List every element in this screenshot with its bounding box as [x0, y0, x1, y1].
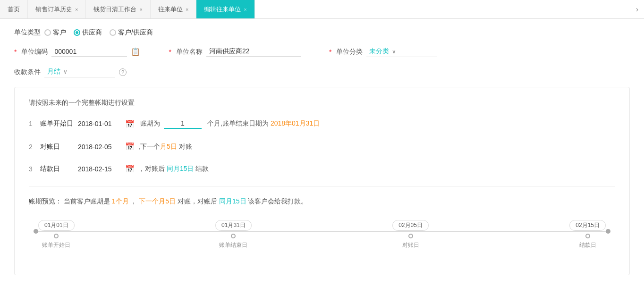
tab-cash-work-label: 钱货日清工作台 [93, 5, 136, 14]
timeline-label-1: 账单结束日 [219, 241, 247, 249]
tab-edit-partner[interactable]: 编辑往来单位 × [196, 0, 254, 18]
tab-sales-history[interactable]: 销售订单历史 × [28, 0, 86, 18]
timeline-left-dot [34, 229, 38, 234]
timeline-container: 01月01日 账单开始日 01月31日 账单结束日 02月05日 对账日 [29, 215, 615, 263]
radio-customer-circle [44, 29, 51, 36]
row-2-suffix: ,下一个月5日 对账 [138, 143, 192, 151]
radio-both-label: 客户/供应商 [118, 28, 153, 37]
row-2-num: 2 [29, 143, 40, 151]
unit-category-chevron-icon: ∨ [392, 48, 396, 55]
payment-terms-field: 收款条件 月结 ∨ ? [14, 67, 127, 77]
radio-supplier-label: 供应商 [82, 28, 102, 37]
preview-highlight3: 同月15日 [219, 197, 246, 205]
row-1-suffix-before: 账期为 [140, 119, 160, 128]
unit-category-star: * [329, 48, 331, 56]
tab-partner-close[interactable]: × [186, 7, 188, 12]
radio-customer[interactable]: 客户 [44, 28, 66, 37]
timeline-dot-3 [585, 234, 590, 238]
page-content: 单位类型 客户 供应商 客户/供应商 * 单位编码 [0, 19, 644, 287]
row-3-label: 结款日 [40, 165, 73, 173]
payment-terms-chevron-icon: ∨ [63, 68, 68, 75]
setting-row-2: 2 对账日 2018-02-05 📅 ,下一个月5日 对账 [29, 142, 615, 151]
row-2-calendar-icon[interactable]: 📅 [125, 142, 135, 151]
row-2-month-highlight: 月5日 [160, 143, 177, 150]
preview-text-1: 当前客户账期是 [64, 197, 110, 205]
radio-both[interactable]: 客户/供应商 [110, 28, 153, 37]
timeline-point-0: 01月01日 账单开始日 [38, 220, 75, 249]
help-icon[interactable]: ? [119, 68, 127, 76]
radio-customer-label: 客户 [53, 28, 66, 37]
radio-supplier-circle [74, 29, 80, 36]
period-input[interactable] [164, 118, 202, 129]
preview-highlight1: 1个月 [112, 197, 129, 205]
tab-more-button[interactable]: › [630, 0, 644, 18]
tab-sales-history-label: 销售订单历史 [35, 5, 72, 14]
tab-cash-work-close[interactable]: × [139, 7, 142, 12]
setting-row-1: 1 账单开始日 2018-01-01 📅 账期为 个月,账单结束日期为 2018… [29, 118, 615, 129]
code-name-row: * 单位编码 📋 * 单位名称 * 单位分类 未分类 ∨ [14, 46, 630, 57]
payment-terms-value: 月结 [47, 68, 60, 76]
row-1-date: 2018-01-01 [78, 120, 125, 127]
preview-text-3: 对账，对账后 [178, 197, 217, 205]
radio-supplier[interactable]: 供应商 [74, 28, 102, 37]
timeline-label-0: 账单开始日 [42, 241, 70, 249]
row-2-date: 2018-02-05 [78, 143, 125, 151]
timeline-badge-3: 02月15日 [569, 220, 606, 231]
tab-home-label: 首页 [8, 5, 20, 14]
unit-type-label: 单位类型 [14, 28, 41, 37]
row-1-label: 账单开始日 [40, 119, 73, 128]
unit-code-star: * [14, 48, 17, 56]
timeline-badge-2: 02月05日 [392, 220, 429, 231]
preview-text-2: ， [130, 197, 137, 205]
tab-cash-work[interactable]: 钱货日清工作台 × [86, 0, 150, 18]
unit-category-label: 单位分类 [336, 48, 363, 56]
row-3-date: 2018-02-15 [78, 165, 125, 173]
row-3-teal-highlight: 同月15日 [167, 165, 194, 172]
row-1-calendar-icon[interactable]: 📅 [125, 119, 135, 128]
row-3-num: 3 [29, 165, 40, 173]
unit-category-select[interactable]: 未分类 ∨ [366, 46, 437, 57]
unit-type-field: 单位类型 客户 供应商 客户/供应商 [14, 28, 153, 37]
row-2-label: 对账日 [40, 143, 73, 151]
radio-group: 客户 供应商 客户/供应商 [44, 28, 153, 37]
tab-edit-partner-label: 编辑往来单位 [204, 5, 241, 14]
row-1-end-date: 2018年01月31日 [271, 119, 320, 128]
row-3-calendar-icon[interactable]: 📅 [125, 164, 135, 173]
timeline-right-dot [606, 229, 610, 234]
preview-text-4: 该客户会给我打款。 [248, 197, 307, 205]
preview-section: 账期预览： 当前客户账期是 1个月 ， 下一个月5日 对账，对账后 同月15日 … [29, 186, 615, 215]
payment-terms-select[interactable]: 月结 ∨ [44, 67, 115, 77]
card-instruction: 请按照未来的一个完整帐期进行设置 [29, 99, 615, 107]
payment-terms-label: 收款条件 [14, 68, 41, 76]
preview-label: 账期预览： [29, 197, 62, 205]
tab-partner[interactable]: 往来单位 × [151, 0, 196, 18]
timeline-dot-1 [231, 234, 236, 238]
timeline-label-3: 结款日 [579, 241, 596, 249]
row-1-suffix-after: 个月,账单结束日期为 [207, 119, 269, 128]
tab-sales-history-close[interactable]: × [75, 7, 78, 12]
tabs-bar: 首页 销售订单历史 × 钱货日清工作台 × 往来单位 × 编辑往来单位 × › [0, 0, 644, 19]
unit-code-input[interactable] [51, 47, 127, 57]
unit-name-input[interactable] [206, 47, 301, 57]
radio-both-circle [110, 29, 116, 36]
row-3-suffix: ，对账后 同月15日 结款 [138, 165, 209, 173]
preview-text: 账期预览： 当前客户账期是 1个月 ， 下一个月5日 对账，对账后 同月15日 … [29, 194, 615, 208]
unit-category-value: 未分类 [369, 47, 389, 56]
unit-code-calendar-icon[interactable]: 📋 [131, 47, 140, 56]
settings-card: 请按照未来的一个完整帐期进行设置 1 账单开始日 2018-01-01 📅 账期… [14, 87, 630, 275]
timeline-point-1: 01月31日 账单结束日 [215, 220, 252, 249]
timeline-badge-1: 01月31日 [215, 220, 252, 231]
tab-edit-partner-close[interactable]: × [244, 7, 246, 12]
unit-name-star: * [169, 48, 171, 56]
payment-terms-row: 收款条件 月结 ∨ ? [14, 67, 630, 77]
setting-row-3: 3 结款日 2018-02-15 📅 ，对账后 同月15日 结款 [29, 164, 615, 173]
row-1-num: 1 [29, 120, 40, 127]
tab-home[interactable]: 首页 [0, 0, 28, 18]
unit-name-label: 单位名称 [176, 48, 203, 56]
timeline-points: 01月01日 账单开始日 01月31日 账单结束日 02月05日 对账日 [38, 220, 606, 249]
unit-category-field: * 单位分类 未分类 ∨ [329, 46, 437, 57]
timeline-dot-0 [54, 234, 59, 238]
timeline-point-2: 02月05日 对账日 [392, 220, 429, 249]
timeline-badge-0: 01月01日 [38, 220, 75, 231]
unit-type-row: 单位类型 客户 供应商 客户/供应商 [14, 28, 630, 37]
